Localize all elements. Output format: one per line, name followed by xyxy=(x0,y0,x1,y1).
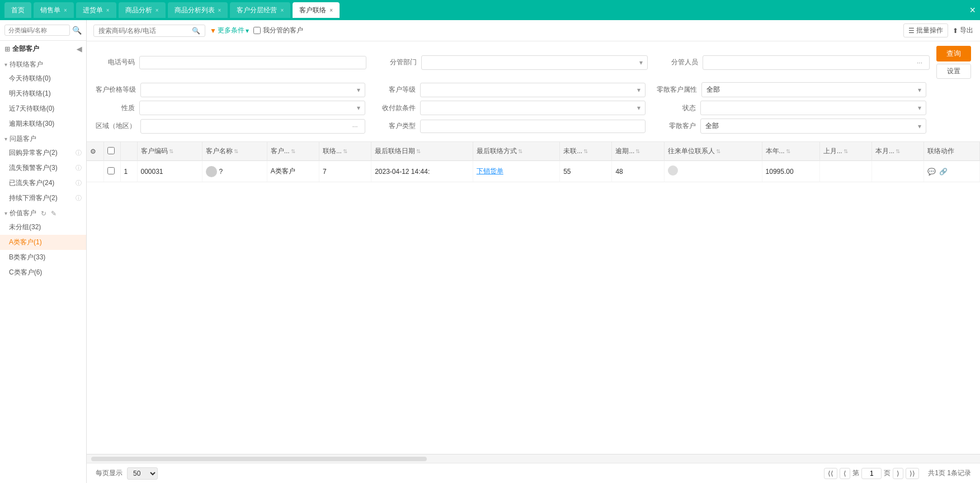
page-unit: 页 xyxy=(884,468,891,478)
col-uncontacted[interactable]: 未联... ⇅ xyxy=(560,142,612,161)
filter-more-btn[interactable]: ▼ 更多条件 ▾ xyxy=(210,26,249,35)
sidebar-item-today[interactable]: 今天待联络(0) xyxy=(0,71,86,86)
sidebar-search-icon[interactable]: 🔍 xyxy=(72,26,82,35)
tab-customer-contact-close[interactable]: × xyxy=(329,7,333,13)
tab-sales[interactable]: 销售单 × xyxy=(34,2,74,18)
manager-select[interactable]: ··· xyxy=(703,55,930,70)
tab-goods-analysis-close[interactable]: × xyxy=(156,7,159,13)
retail-select[interactable]: 全部 ▾ xyxy=(700,119,926,134)
col-code[interactable]: 客户编码 ⇅ xyxy=(137,142,202,161)
settings-btn[interactable]: 设置 xyxy=(936,64,971,79)
tab-home[interactable]: 首页 xyxy=(4,2,31,18)
col-this-year[interactable]: 本年... ⇅ xyxy=(762,142,819,161)
manager-dots[interactable]: ··· xyxy=(915,59,925,67)
region-select[interactable]: ··· xyxy=(140,119,365,134)
col-type[interactable]: 客户... ⇅ xyxy=(267,142,319,161)
horizontal-scrollbar[interactable] xyxy=(91,457,427,461)
sidebar-group-value[interactable]: ▾ 价值客户 ↻ ✎ xyxy=(0,206,86,220)
filter-cell-retail: 零散客户 全部 ▾ xyxy=(657,119,926,134)
col-last-method[interactable]: 最后联络方式 ⇅ xyxy=(473,142,559,161)
next-page-btn[interactable]: ⟩ xyxy=(893,468,903,479)
col-last-method-sort-icon: ⇅ xyxy=(518,148,522,154)
sidebar-item-c-class[interactable]: C类客户(6) xyxy=(0,265,86,280)
col-check xyxy=(103,142,120,161)
col-this-month[interactable]: 本月... ⇅ xyxy=(871,142,924,161)
col-contact[interactable]: 联络... ⇅ xyxy=(319,142,371,161)
payment-arrow: ▾ xyxy=(637,104,640,112)
query-btn[interactable]: 查询 xyxy=(936,46,971,61)
export-btn[interactable]: ⬆ 导出 xyxy=(953,26,973,35)
phone-input[interactable] xyxy=(139,56,366,69)
row-action: 💬 🔗 xyxy=(924,161,980,182)
collapse-icon[interactable]: ◀ xyxy=(77,45,82,53)
row-last-method[interactable]: 下销货单 xyxy=(473,161,559,182)
col-company-contact[interactable]: 往来单位联系人 ⇅ xyxy=(664,142,762,161)
col-last-method-sort: 最后联络方式 ⇅ xyxy=(477,146,522,156)
col-type-sort-icon: ⇅ xyxy=(291,148,295,154)
payment-select[interactable]: ▾ xyxy=(420,101,646,115)
arrow-pending: ▾ xyxy=(4,61,7,68)
sidebar-search-input[interactable] xyxy=(4,25,70,36)
tab-customer-seg[interactable]: 客户分层经营 × xyxy=(230,2,290,18)
last-method-link[interactable]: 下销货单 xyxy=(477,167,503,175)
nature-select[interactable]: ▾ xyxy=(139,101,365,115)
customer-type-input[interactable] xyxy=(420,120,646,133)
sidebar-item-tomorrow[interactable]: 明天待联络(1) xyxy=(0,86,86,101)
prev-page-btn[interactable]: ⟨ xyxy=(840,468,850,479)
select-all-checkbox[interactable] xyxy=(107,147,115,154)
sidebar-item-overdue[interactable]: 逾期未联络(30) xyxy=(0,116,86,131)
sidebar-item-churned[interactable]: 已流失客户(24) ⓘ xyxy=(0,176,86,191)
refresh-icon[interactable]: ↻ xyxy=(41,210,46,217)
last-page-btn[interactable]: ⟩⟩ xyxy=(906,468,919,479)
sidebar-item-churn-warning[interactable]: 流失预警客户(3) ⓘ xyxy=(0,160,86,176)
nature-arrow: ▾ xyxy=(357,104,360,112)
col-gear[interactable]: ⚙ xyxy=(87,142,103,161)
sidebar-item-a-class[interactable]: A类客户(1) xyxy=(0,235,86,250)
status-select[interactable]: ▾ xyxy=(700,101,926,115)
filter-search-input[interactable] xyxy=(98,27,190,35)
batch-op-label: 批量操作 xyxy=(916,26,943,35)
region-dots[interactable]: ··· xyxy=(350,122,360,130)
col-name[interactable]: 客户名称 ⇅ xyxy=(202,142,267,161)
link-icon[interactable]: 🔗 xyxy=(939,168,948,176)
page-size-select[interactable]: 50 100 200 xyxy=(127,467,158,480)
first-page-btn[interactable]: ⟨⟨ xyxy=(824,468,837,479)
row-contact: 7 xyxy=(319,161,371,182)
tab-sales-close[interactable]: × xyxy=(64,7,67,13)
batch-op-btn[interactable]: ☰ 批量操作 xyxy=(903,23,948,37)
dept-select[interactable]: ▾ xyxy=(421,55,648,70)
row-checkbox[interactable] xyxy=(107,167,115,174)
sidebar-item-declining[interactable]: 持续下滑客户(2) ⓘ xyxy=(0,191,86,206)
filter-search-icon[interactable]: 🔍 xyxy=(192,27,200,35)
tab-purchase-label: 进货单 xyxy=(83,6,103,15)
retail-attr-select[interactable]: 全部 ▾ xyxy=(701,82,926,97)
chat-icon[interactable]: 💬 xyxy=(927,168,936,176)
sidebar-group-problem[interactable]: ▾ 问题客户 xyxy=(0,131,86,145)
col-contact-sort-icon: ⇅ xyxy=(343,148,347,154)
tab-goods-analysis-list-close[interactable]: × xyxy=(218,7,222,13)
sidebar-item-ungrouped[interactable]: 未分组(32) xyxy=(0,220,86,235)
tab-purchase[interactable]: 进货单 × xyxy=(76,2,116,18)
customer-level-select[interactable]: ▾ xyxy=(420,83,646,97)
col-last-date[interactable]: 最后联络日期 ⇅ xyxy=(371,142,473,161)
sidebar-group-pending[interactable]: ▾ 待联络客户 xyxy=(0,57,86,71)
row-check xyxy=(103,161,120,182)
total-info: 共1页 1条记录 xyxy=(928,468,971,478)
page-input[interactable] xyxy=(861,468,882,479)
sidebar-item-b-class[interactable]: B类客户(33) xyxy=(0,250,86,265)
tab-purchase-close[interactable]: × xyxy=(106,7,110,13)
tab-goods-analysis[interactable]: 商品分析 × xyxy=(119,2,166,18)
col-last-month[interactable]: 上月... ⇅ xyxy=(819,142,871,161)
tab-goods-analysis-list[interactable]: 商品分析列表 × xyxy=(168,2,228,18)
sidebar-item-7days[interactable]: 近7天待联络(0) xyxy=(0,101,86,116)
table-row: 1 000031 ? A类客户 7 2023-04-12 14:44: xyxy=(87,161,980,182)
my-customers-checkbox[interactable] xyxy=(253,27,261,34)
close-all-btn[interactable]: × xyxy=(969,4,976,16)
col-overdue[interactable]: 逾期... ⇅ xyxy=(612,142,664,161)
sidebar-item-repurchase-abnormal[interactable]: 回购异常客户(2) ⓘ xyxy=(0,145,86,160)
sidebar-all-customers[interactable]: ⊞ 全部客户 ◀ xyxy=(0,41,86,57)
price-level-select[interactable]: ▾ xyxy=(140,83,365,97)
tab-customer-seg-close[interactable]: × xyxy=(280,7,284,13)
edit-value-icon[interactable]: ✎ xyxy=(51,210,56,217)
tab-customer-contact[interactable]: 客户联络 × xyxy=(293,2,340,18)
